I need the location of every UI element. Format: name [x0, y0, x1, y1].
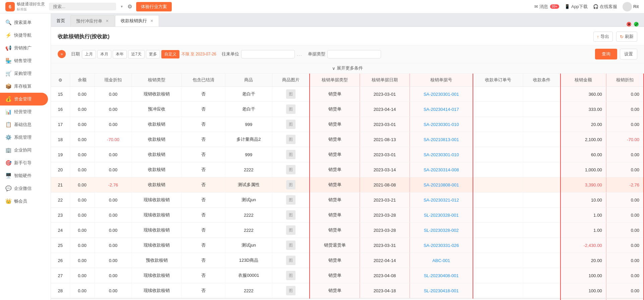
sidebar-item-operation[interactable]: 📊 经营管理 [0, 105, 51, 118]
export-button[interactable]: ↑ 导出 [593, 32, 613, 42]
col-verify-type: 核销类型 [132, 74, 182, 87]
sidebar-item-finance[interactable]: 💰 资金管理 [0, 93, 48, 105]
row-verify-type: 现续收款核销 [132, 283, 182, 299]
row-receipt-condition [523, 102, 560, 117]
win-max-btn[interactable]: ⤢ [634, 22, 639, 27]
sidebar-item-hardware[interactable]: 🖥️ 智能硬件 [0, 169, 51, 182]
top-search-input[interactable] [49, 3, 116, 10]
bill-no-link[interactable]: SA-20230331-026 [424, 243, 459, 248]
row-bill-date: 2023-03-14 [360, 162, 410, 177]
tab-prepaid[interactable]: 预付冲应付单 ✕ [70, 15, 114, 27]
col-receipt-order-no: 收款单订单号 [473, 74, 523, 87]
sidebar-item-wechat[interactable]: 💬 企业微信 [0, 182, 51, 195]
table-wrapper[interactable]: ⚙ 余额 现金折扣 核销类型 包含已结清 商品 商品图片 核销单据类型 核销单据… [51, 74, 644, 300]
sidebar-item-sales[interactable]: 🏪 销售管理 [0, 54, 51, 67]
sidebar-item-purchase[interactable]: 🛒 采购管理 [0, 67, 51, 80]
gear-button[interactable]: ⚙ [127, 3, 132, 10]
expand-conditions-btn[interactable]: ∨ 展开更多条件 [332, 65, 363, 71]
phone-icon: 📱 [565, 4, 570, 9]
sidebar-label-quick-nav: 快捷导航 [14, 32, 32, 38]
inventory-icon: 📦 [5, 83, 11, 89]
row-bill-type: 销货单 [310, 147, 360, 162]
sidebar-item-enterprise[interactable]: 🏢 企业协同 [0, 144, 51, 157]
row-include-settled: 否 [181, 208, 225, 223]
product-img-cell: 图 [272, 268, 310, 283]
table-row: 25 0.00 0.00 现续收款核销 否 测试jun 图 销货退货单 2023… [51, 238, 644, 253]
row-receipt-condition [523, 223, 560, 238]
tab-receipt-verify-close[interactable]: ✕ [150, 19, 153, 23]
to-unit-input[interactable] [241, 50, 295, 58]
bill-no-link[interactable]: SL-20230328-002 [424, 228, 459, 233]
export-icon: ↑ [597, 34, 599, 39]
sidebar-item-member[interactable]: 👑 畅会员 [0, 195, 51, 208]
row-bill-no: SL-20230418-001 [410, 283, 473, 299]
row-no: 15 [51, 87, 70, 102]
date-btn-this-month[interactable]: 本月 [97, 50, 111, 58]
tab-prepaid-close[interactable]: ✕ [106, 19, 109, 23]
sidebar-item-marketing[interactable]: 📢 营销推广 [0, 42, 51, 54]
row-balance: 0.00 [70, 223, 95, 238]
bill-no-link[interactable]: SA-20230301-001 [424, 92, 459, 97]
refresh-button[interactable]: ↻ 刷新 [616, 32, 637, 42]
collapse-button[interactable]: » [58, 50, 66, 58]
bill-no-link[interactable]: SL-20230408-001 [424, 273, 459, 278]
bill-no-link[interactable]: SL-20230328-001 [424, 213, 459, 218]
product-img-cell: 图 [272, 87, 310, 102]
sidebar-item-quick-nav[interactable]: ⚡ 快捷导航 [0, 29, 51, 42]
online-service-item[interactable]: 🎧 在线客服 [593, 4, 617, 10]
top-bar-right: ✉ 消息 99+ 📱 App下载 🎧 在线客服 Rit [534, 2, 639, 11]
row-verify-amount: 2,100.00 [560, 132, 606, 147]
sidebar-label-basic: 基础信息 [14, 122, 32, 128]
sidebar-item-guide[interactable]: 🎯 新手引导 [0, 157, 51, 169]
sidebar-item-basic[interactable]: 📋 基础信息 [0, 118, 51, 131]
bill-no-link[interactable]: SA-20230301-010 [424, 152, 459, 157]
bill-no-link[interactable]: SA-20230301-010 [424, 122, 459, 127]
bill-no-link[interactable]: SA-20230414-017 [424, 107, 459, 112]
row-verify-discount: 0.00 [606, 87, 644, 102]
tab-receipt-verify[interactable]: 收款核销执行 ✕ [115, 15, 159, 27]
app-download-label: App下载 [571, 4, 588, 10]
sidebar-item-search[interactable]: 🔍 搜索菜单 [0, 16, 51, 29]
bill-no-link[interactable]: SA-20210808-001 [424, 182, 459, 187]
row-cash-discount: 0.00 [95, 208, 132, 223]
row-no: 26 [51, 253, 70, 268]
row-no: 22 [51, 192, 70, 208]
date-btn-7days[interactable]: 近7天 [128, 50, 145, 58]
query-button[interactable]: 查询 [595, 49, 617, 59]
row-receipt-condition [523, 283, 560, 299]
row-balance: 0.00 [70, 268, 95, 283]
bill-no-link[interactable]: SL-20230418-001 [424, 288, 459, 293]
date-btn-this-year[interactable]: 本年 [113, 50, 127, 58]
bill-no-link[interactable]: SA-20230314-008 [424, 167, 459, 172]
user-name: Rit [633, 4, 639, 9]
date-btn-custom[interactable]: 自定义 [161, 50, 179, 58]
row-include-settled: 否 [181, 87, 225, 102]
settings-button[interactable]: 设置 [620, 49, 637, 59]
sidebar-item-system[interactable]: ⚙️ 系统管理 [0, 131, 51, 144]
basic-icon: 📋 [5, 122, 11, 128]
user-area[interactable]: Rit [623, 2, 639, 11]
row-receipt-order-no [473, 102, 523, 117]
table-row: 16 0.00 0.00 预冲应收 否 老白干 图 销货单 2023-04-14… [51, 102, 644, 117]
app-download-item[interactable]: 📱 App下载 [565, 4, 588, 10]
headset-icon: 🎧 [593, 4, 598, 9]
bill-no-link[interactable]: SA-20230321-012 [424, 198, 459, 203]
col-product: 商品 [225, 74, 272, 87]
date-label: 日期 [71, 51, 80, 57]
trial-button[interactable]: 体验行业方案 [136, 2, 172, 11]
page-header: 收款核销执行(按收款) ↑ 导出 ↻ 刷新 [51, 27, 644, 45]
row-balance: 0.00 [70, 147, 95, 162]
sidebar-item-inventory[interactable]: 📦 库存核算 [0, 80, 51, 93]
col-gear[interactable]: ⚙ [51, 74, 70, 87]
date-btn-more[interactable]: 更多 [146, 50, 160, 58]
row-verify-type: 现续收款核销 [132, 208, 182, 223]
bill-no-link[interactable]: SA-20210813-001 [424, 137, 459, 142]
bill-no-link[interactable]: ABC-001 [432, 258, 450, 263]
col-verify-amount: 核销金额 [560, 74, 606, 87]
date-btn-last-month[interactable]: 上月 [82, 50, 96, 58]
row-receipt-order-no [473, 238, 523, 253]
message-item[interactable]: ✉ 消息 99+ [534, 4, 559, 10]
win-close-btn[interactable]: ✕ [627, 22, 631, 27]
bill-type-select[interactable] [327, 50, 381, 58]
tab-home[interactable]: 首页 [51, 15, 70, 27]
